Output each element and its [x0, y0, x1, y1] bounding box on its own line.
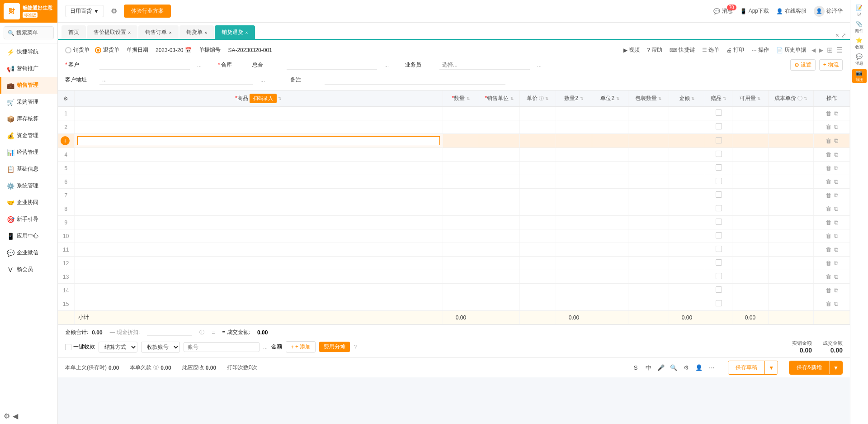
sidebar-item-purchase[interactable]: 🛒 采购管理 — [0, 94, 57, 110]
copy-icon-1[interactable]: ⧉ — [834, 110, 838, 117]
sidebar-item-basic[interactable]: 📋 基础信息 — [0, 161, 57, 177]
tool-mic-icon[interactable]: 🎤 — [656, 362, 666, 373]
column-settings-icon[interactable]: ⚙ — [63, 95, 68, 102]
delete-icon-6[interactable]: 🗑 — [826, 178, 831, 185]
sort-qty2-icon[interactable]: ⇅ — [580, 96, 584, 101]
gift-cell-3[interactable] — [705, 134, 732, 148]
gift-checkbox-11[interactable] — [716, 246, 722, 252]
sidebar-item-shortcut[interactable]: ⚡ 快捷导航 — [0, 43, 57, 60]
gift-cell-1[interactable] — [705, 107, 732, 120]
expense-help-icon[interactable]: ? — [354, 344, 357, 350]
unit2-cell-3[interactable] — [592, 134, 628, 148]
sort-gift-icon[interactable]: ⇅ — [723, 96, 726, 101]
gift-checkbox-4[interactable] — [716, 151, 722, 157]
amount-cell-1[interactable] — [669, 107, 705, 120]
operation-button[interactable]: ⋯操作 — [750, 45, 771, 55]
pack-qty-cell-1[interactable] — [628, 107, 669, 120]
gift-checkbox-3[interactable] — [716, 137, 722, 143]
delete-icon-4[interactable]: 🗑 — [826, 151, 831, 158]
remark-input[interactable] — [325, 75, 505, 85]
grid-view-icon[interactable]: ⊞ — [827, 46, 833, 54]
unit2-cell-1[interactable] — [592, 107, 628, 120]
gift-checkbox-15[interactable] — [716, 300, 722, 306]
tool-search-icon[interactable]: 🔍 — [668, 362, 679, 373]
help-button[interactable]: ?帮助 — [645, 45, 664, 55]
gift-checkbox-7[interactable] — [716, 191, 722, 198]
sidebar-item-wechat[interactable]: 💬 企业微信 — [0, 244, 57, 261]
sort-goods-icon[interactable]: ⇅ — [278, 96, 282, 101]
copy-icon-14[interactable]: ⧉ — [834, 287, 838, 294]
gift-checkbox-14[interactable] — [716, 286, 722, 293]
qty-cell-3[interactable] — [443, 134, 479, 148]
available-cell-1[interactable] — [732, 107, 769, 120]
amount-cell-2[interactable] — [669, 120, 705, 134]
gift-checkbox-6[interactable] — [716, 178, 722, 184]
price-cell-2[interactable] — [520, 120, 556, 134]
copy-icon-11[interactable]: ⧉ — [834, 246, 838, 253]
delete-icon-10[interactable]: 🗑 — [826, 233, 831, 239]
goods-cell-2[interactable] — [74, 120, 443, 134]
goods-input-3[interactable] — [77, 136, 440, 145]
search-menu-button[interactable]: 🔍 搜索菜单 — [4, 26, 54, 39]
copy-icon-9[interactable]: ⧉ — [834, 219, 838, 226]
copy-icon-8[interactable]: ⧉ — [834, 205, 838, 213]
tab-price-settings[interactable]: 售价提取设置 × — [87, 25, 137, 39]
delete-icon-9[interactable]: 🗑 — [826, 219, 831, 226]
sidebar-item-operation[interactable]: 📊 经营管理 — [0, 144, 57, 161]
qty-cell-2[interactable] — [443, 120, 479, 134]
delete-icon-7[interactable]: 🗑 — [826, 192, 831, 199]
gift-checkbox-9[interactable] — [716, 219, 722, 225]
price-cell-1[interactable] — [520, 107, 556, 120]
gift-checkbox-12[interactable] — [716, 259, 722, 266]
video-button[interactable]: ▶视频 — [622, 45, 642, 55]
gift-checkbox-2[interactable] — [716, 123, 722, 129]
cost-cell-3[interactable] — [769, 134, 814, 148]
settings-button[interactable]: ⚙ 设置 — [790, 59, 816, 71]
delete-icon-11[interactable]: 🗑 — [826, 246, 831, 253]
sort-amount-icon[interactable]: ⇅ — [691, 96, 695, 101]
unit-cell-2[interactable] — [479, 120, 520, 134]
sidebar-item-system[interactable]: ⚙️ 系统管理 — [0, 177, 57, 194]
tab-sales-return[interactable]: 销货退货 × — [215, 25, 255, 39]
address-input[interactable] — [99, 75, 253, 85]
copy-icon-7[interactable]: ⧉ — [834, 192, 838, 199]
unit-cell-3[interactable] — [479, 134, 520, 148]
right-panel-attachment[interactable]: 📎 附件 — [852, 20, 867, 34]
sidebar-item-inventory[interactable]: 📦 库存核算 — [0, 110, 57, 127]
right-panel-collect[interactable]: ⭐ 收藏 — [852, 36, 867, 51]
gift-checkbox-8[interactable] — [716, 205, 722, 211]
cost-cell-1[interactable] — [769, 107, 814, 120]
tool-middle-icon[interactable]: 中 — [643, 362, 654, 373]
expand-icon[interactable]: ⤢ — [841, 32, 846, 39]
nav-prev-icon[interactable]: ◀ — [811, 47, 816, 53]
add-row-button[interactable]: + — [61, 136, 70, 145]
add-logistics-button[interactable]: + 物流 — [819, 59, 843, 71]
pack-qty-cell-2[interactable] — [628, 120, 669, 134]
delete-icon-15[interactable]: 🗑 — [826, 300, 831, 307]
qty2-cell-3[interactable] — [556, 134, 592, 148]
salesperson-more-icon[interactable]: ... — [537, 62, 542, 68]
sort-unit-icon[interactable]: ⇅ — [510, 96, 514, 101]
available-cell-3[interactable] — [732, 134, 769, 148]
gift-checkbox-10[interactable] — [716, 232, 722, 238]
settings-gear-icon[interactable]: ⚙ — [108, 5, 120, 18]
amount-cell-3[interactable] — [669, 134, 705, 148]
close-tab-icon[interactable]: × — [835, 32, 839, 39]
sort-qty-icon[interactable]: ⇅ — [467, 96, 470, 101]
copy-icon-5[interactable]: ⧉ — [834, 165, 838, 172]
qty2-cell-1[interactable] — [556, 107, 592, 120]
cost-info-icon[interactable]: ⓘ — [797, 95, 802, 101]
copy-icon-10[interactable]: ⧉ — [834, 233, 838, 240]
price-cell-3[interactable] — [520, 134, 556, 148]
gift-checkbox-13[interactable] — [716, 273, 722, 279]
unit2-cell-2[interactable] — [592, 120, 628, 134]
account-more-icon[interactable]: ... — [263, 344, 268, 350]
delete-icon-1[interactable]: 🗑 — [826, 110, 831, 117]
pack-qty-cell-3[interactable] — [628, 134, 669, 148]
select-button[interactable]: ☰选单 — [700, 45, 721, 55]
payment-method-select[interactable]: 结算方式 — [99, 342, 137, 353]
copy-icon-6[interactable]: ⧉ — [834, 178, 838, 186]
delete-icon-13[interactable]: 🗑 — [826, 273, 831, 280]
save-new-caret-button[interactable]: ▼ — [830, 361, 842, 374]
gift-checkbox-5[interactable] — [716, 164, 722, 171]
